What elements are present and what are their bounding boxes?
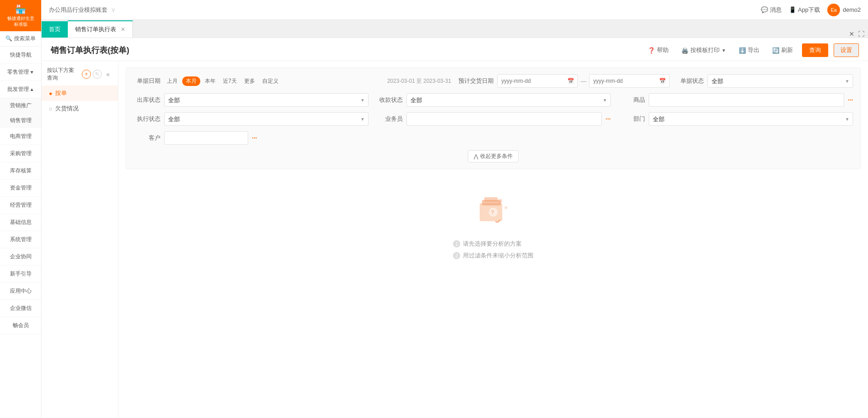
- empty-tip-1: 1 请先选择要分析的方案: [453, 240, 533, 248]
- sidebar-item-operations[interactable]: 经营管理: [0, 197, 41, 214]
- settings-label: 设置: [840, 46, 852, 54]
- date-btn-7days[interactable]: 近7天: [220, 76, 240, 86]
- salesperson-field: 业务员 ···: [376, 112, 611, 126]
- receipt-select-wrap: 全部 未收款 已收款 部分收款 ▼: [406, 93, 611, 107]
- sidebar-item-wechat[interactable]: 企业微信: [0, 300, 41, 317]
- panel-add-icon[interactable]: +: [82, 70, 91, 79]
- tab-sales-order[interactable]: 销售订单执行表 ✕: [68, 20, 133, 38]
- delivery-select[interactable]: 全部 未出库 已出库 部分出库: [164, 93, 368, 107]
- sidebar-item-wholesale[interactable]: 批发管理 ▲: [0, 81, 41, 98]
- panel-edit-icon[interactable]: ✎: [93, 70, 102, 79]
- date-btn-this-month[interactable]: 本月: [182, 76, 200, 86]
- print-arrow-icon: ▼: [722, 48, 726, 53]
- dept-select[interactable]: 全部: [649, 112, 853, 126]
- receipt-select[interactable]: 全部 未收款 已收款 部分收款: [406, 93, 611, 107]
- panel-item-order[interactable]: ● 按单: [42, 86, 118, 101]
- fullscreen-icon[interactable]: ⛶: [858, 30, 864, 38]
- panel-item-label: 欠货情况: [55, 104, 79, 113]
- page-header: 销售订单执行表(按单) ❓ 帮助 🖨️ 按模板打印 ▼ ⬇️ 导出 🔄 刷新: [42, 38, 868, 61]
- sidebar-item-label: 基础信息: [10, 219, 32, 225]
- forecast-date-start-input[interactable]: [497, 74, 578, 88]
- message-label: 消息: [770, 6, 782, 14]
- sidebar-item-appstore[interactable]: 应用中心: [0, 283, 41, 300]
- forecast-date-end-input[interactable]: [589, 74, 670, 88]
- status-label: 单据状态: [677, 77, 704, 85]
- settings-button[interactable]: 设置: [834, 43, 859, 57]
- exec-select[interactable]: 全部 未执行 已执行 部分执行: [164, 112, 368, 126]
- topbar-breadcrumb-area: 办公用品行业模拟账套 ∨: [49, 6, 116, 14]
- panel-item-debt[interactable]: ○ 欠货情况: [42, 101, 118, 116]
- delivery-field: 出库状态 全部 未出库 已出库 部分出库 ▼: [133, 93, 368, 107]
- status-select[interactable]: 全部 未审核 已审核: [708, 74, 853, 88]
- customer-input[interactable]: [164, 131, 248, 145]
- sidebar-item-basics[interactable]: 基础信息: [0, 214, 41, 231]
- date-btn-last-month[interactable]: 上月: [164, 76, 180, 86]
- sidebar-item-label: 经营管理: [10, 202, 32, 208]
- tip-number-1: 1: [453, 240, 460, 247]
- sidebar-item-sales[interactable]: 销售管理: [0, 113, 41, 128]
- query-button[interactable]: 查询: [802, 43, 828, 57]
- empty-state-illustration: ?: [471, 187, 516, 233]
- print-button[interactable]: 🖨️ 按模板打印 ▼: [678, 44, 730, 56]
- sidebar-item-label: 库存核算: [10, 167, 32, 174]
- panel-item-icon: ●: [49, 90, 52, 97]
- message-button[interactable]: 💬 消息: [761, 6, 782, 14]
- search-icon: 🔍: [5, 35, 12, 42]
- print-icon: 🖨️: [681, 47, 689, 54]
- sidebar-item-marketing[interactable]: 营销推广: [0, 98, 41, 113]
- help-button[interactable]: ❓ 帮助: [644, 44, 672, 56]
- sidebar-item-finance[interactable]: 资金管理: [0, 180, 41, 197]
- date-separator: —: [580, 78, 586, 85]
- app-download-button[interactable]: 📱 App下载: [789, 6, 820, 14]
- date-btn-this-year[interactable]: 本年: [202, 76, 218, 86]
- date-btn-custom[interactable]: 自定义: [259, 76, 281, 86]
- sidebar-item-guide[interactable]: 新手引导: [0, 266, 41, 283]
- breadcrumb-text: 办公用品行业模拟账套: [49, 6, 108, 14]
- goods-field: 商品 ···: [618, 93, 853, 107]
- breadcrumb-arrow[interactable]: ∨: [111, 6, 116, 13]
- delivery-label: 出库状态: [133, 96, 160, 104]
- query-label: 查询: [809, 46, 821, 54]
- tip-text-2: 用过滤条件来缩小分析范围: [463, 252, 533, 260]
- sidebar-item-label: 资金管理: [10, 185, 32, 191]
- export-button[interactable]: ⬇️ 导出: [735, 44, 763, 56]
- sidebar-item-label: 企业协同: [10, 253, 32, 260]
- refresh-button[interactable]: 🔄 刷新: [769, 44, 797, 56]
- sidebar-item-quick-nav[interactable]: 快捷导航: [0, 47, 41, 64]
- collapse-arrow-icon: ⋀: [474, 153, 478, 160]
- collapse-icon: «: [106, 71, 110, 78]
- sidebar-search[interactable]: 🔍 搜索菜单: [0, 31, 41, 47]
- svg-rect-2: [484, 197, 498, 202]
- sidebar-item-purchase[interactable]: 采购管理: [0, 145, 41, 162]
- tab-close-icon[interactable]: ✕: [121, 26, 125, 33]
- sidebar-item-retail[interactable]: 零售管理 ▼: [0, 64, 41, 81]
- salesperson-more-icon[interactable]: ···: [605, 115, 611, 123]
- add-icon: +: [85, 71, 88, 77]
- tab-home[interactable]: 首页: [42, 21, 68, 38]
- sidebar-item-ecommerce[interactable]: 电商管理: [0, 128, 41, 145]
- filter-form: 单据日期 上月 本月 本年 近7天 更多 自定义 2023-03-01 至 20…: [126, 67, 861, 169]
- sidebar-item-label: 快捷导航: [10, 52, 32, 58]
- sidebar-item-system[interactable]: 系统管理: [0, 231, 41, 248]
- sidebar-item-member[interactable]: 畅会员: [0, 317, 41, 334]
- goods-more-icon[interactable]: ···: [848, 96, 853, 104]
- sidebar-item-enterprise[interactable]: 企业协同: [0, 248, 41, 266]
- filter-row-3: 执行状态 全部 未执行 已执行 部分执行 ▼: [133, 112, 853, 126]
- panel-actions: + ✎ «: [82, 70, 113, 79]
- empty-tip-2: 2 用过滤条件来缩小分析范围: [453, 252, 533, 260]
- forecast-date-field: 预计交货日期 📅 — 📅: [458, 74, 670, 88]
- close-window-icon[interactable]: ✕: [849, 30, 854, 38]
- goods-input[interactable]: [649, 93, 844, 107]
- customer-more-icon[interactable]: ···: [252, 134, 257, 142]
- user-menu-button[interactable]: Ea demo2: [827, 4, 861, 16]
- date-btn-more[interactable]: 更多: [241, 76, 258, 86]
- panel-collapse-icon[interactable]: «: [104, 70, 113, 79]
- date-label: 单据日期: [133, 77, 160, 85]
- collapse-button[interactable]: ⋀ 收起更多条件: [468, 150, 519, 162]
- sidebar-item-label: 电商管理: [10, 133, 32, 139]
- topbar: 办公用品行业模拟账套 ∨ 💬 消息 📱 App下载 Ea demo2: [42, 0, 868, 20]
- sidebar-item-label: 批发管理: [7, 86, 29, 93]
- empty-state: ? 1 请先选择要分析的方案 2 用过滤条件来缩小分析范围: [126, 169, 861, 278]
- sidebar-item-inventory[interactable]: 库存核算: [0, 162, 41, 180]
- salesperson-input[interactable]: [406, 112, 602, 126]
